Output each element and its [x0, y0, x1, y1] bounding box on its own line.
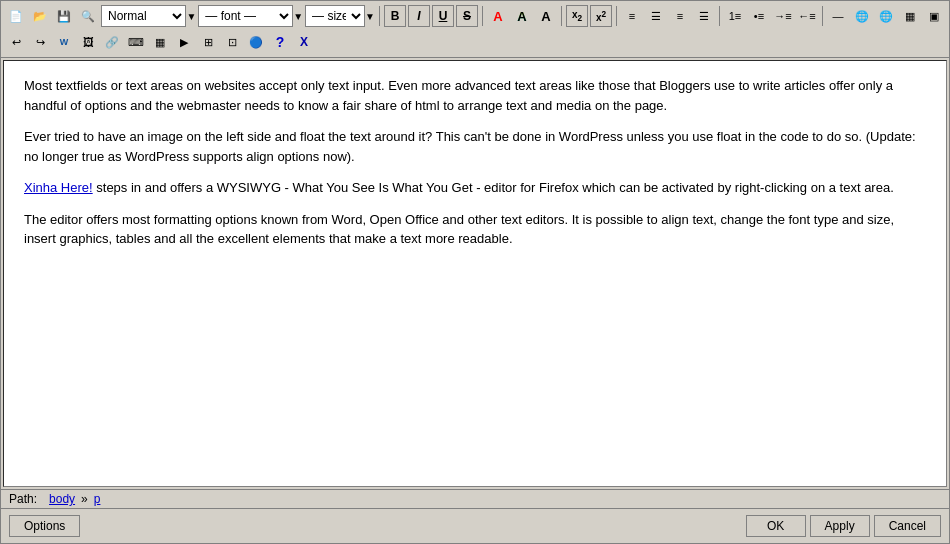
cancel-button[interactable]: Cancel [874, 515, 941, 537]
undo-button[interactable]: ↩ [5, 31, 27, 53]
align-left-button[interactable]: ≡ [621, 5, 643, 27]
options-label: Options [24, 519, 65, 533]
undo-icon: ↩ [12, 36, 21, 49]
xinha-icon: X [300, 35, 308, 49]
align-right-button[interactable]: ≡ [669, 5, 691, 27]
new-icon: 📄 [9, 10, 23, 23]
strike-label: S [463, 9, 471, 23]
path-body-link[interactable]: body [49, 492, 75, 506]
status-bar: Path: body » p [1, 489, 949, 508]
align-justify-button[interactable]: ☰ [693, 5, 715, 27]
insert-media-button[interactable]: ▶ [173, 31, 195, 53]
bottom-bar: Options OK Apply Cancel [1, 508, 949, 543]
text-color-button2[interactable]: A [535, 5, 557, 27]
special-char2[interactable]: 🌐 [875, 5, 897, 27]
special-icon2: 🌐 [879, 10, 893, 23]
separator-4 [616, 6, 617, 26]
xinha-link[interactable]: Xinha Here! [24, 180, 93, 195]
size-dropdown-arrow: ▼ [365, 11, 375, 22]
paragraph-1: Most textfields or text areas on website… [24, 76, 926, 115]
path-p-link[interactable]: p [94, 492, 101, 506]
unordered-list-icon: •≡ [754, 10, 764, 22]
special-char3[interactable]: ▦ [899, 5, 921, 27]
outdent-button[interactable]: ←≡ [796, 5, 818, 27]
help-button[interactable]: ? [269, 31, 291, 53]
insert-link-icon: 🔗 [105, 36, 119, 49]
outdent-icon: ←≡ [798, 10, 815, 22]
toolbar-row-2: ↩ ↪ W 🖼 🔗 ⌨ ▦ ▶ ⊞ [3, 29, 947, 55]
indent-icon: →≡ [774, 10, 791, 22]
open-btn[interactable]: 📂 [29, 5, 51, 27]
paragraph-3-suffix: steps in and offers a WYSIWYG - What You… [96, 180, 893, 195]
special-icon3: ▦ [905, 10, 915, 23]
underline-button[interactable]: U [432, 5, 454, 27]
paragraph-2: Ever tried to have an image on the left … [24, 127, 926, 166]
save-btn[interactable]: 💾 [53, 5, 75, 27]
clean-icon: 🔵 [249, 36, 263, 49]
ok-button[interactable]: OK [746, 515, 806, 537]
font-select[interactable]: — font — [198, 5, 293, 27]
clean-button[interactable]: 🔵 [245, 31, 267, 53]
zoom-btn[interactable]: 🔍 [77, 5, 99, 27]
special-icon4: ▣ [929, 10, 939, 23]
bg-color-icon: A [517, 9, 526, 24]
path-separator: » [81, 492, 88, 506]
insert-html-icon: ⌨ [128, 36, 144, 49]
font-dropdown-arrow: ▼ [293, 11, 303, 22]
special-char1[interactable]: 🌐 [851, 5, 873, 27]
insert-image-button[interactable]: 🖼 [77, 31, 99, 53]
insert-media-icon: ▶ [180, 36, 188, 49]
insert-image-icon: 🖼 [83, 36, 94, 48]
cancel-label: Cancel [889, 519, 926, 533]
help-icon: ? [276, 34, 285, 50]
superscript-button[interactable]: x2 [590, 5, 612, 27]
text-color-icon2: A [541, 9, 550, 24]
toggle-view-icon: ⊡ [228, 36, 237, 49]
paste-word-button[interactable]: W [53, 31, 75, 53]
insert-html-button[interactable]: ⌨ [125, 31, 147, 53]
align-left-icon: ≡ [629, 10, 635, 22]
strikethrough-button[interactable]: S [456, 5, 478, 27]
insert-form-icon: ⊞ [204, 36, 213, 49]
options-button[interactable]: Options [9, 515, 80, 537]
zoom-icon: 🔍 [81, 10, 95, 23]
open-icon: 📂 [33, 10, 47, 23]
separator-1 [379, 6, 380, 26]
new-btn[interactable]: 📄 [5, 5, 27, 27]
indent-button[interactable]: →≡ [772, 5, 794, 27]
align-center-icon: ☰ [651, 10, 661, 23]
paragraph-4: The editor offers most formatting option… [24, 210, 926, 249]
hr-icon: — [833, 10, 844, 22]
insert-table-icon: ▦ [155, 36, 165, 49]
align-right-icon: ≡ [677, 10, 683, 22]
toggle-view-button[interactable]: ⊡ [221, 31, 243, 53]
bold-button[interactable]: B [384, 5, 406, 27]
save-icon: 💾 [57, 10, 71, 23]
hr-button[interactable]: — [827, 5, 849, 27]
align-center-button[interactable]: ☰ [645, 5, 667, 27]
bg-color-button[interactable]: A [511, 5, 533, 27]
apply-button[interactable]: Apply [810, 515, 870, 537]
ordered-list-button[interactable]: 1≡ [724, 5, 746, 27]
size-select[interactable]: — size — [305, 5, 365, 27]
editor-container: 📄 📂 💾 🔍 Normal ▼ — font — ▼ [0, 0, 950, 544]
subscript-icon: x2 [572, 9, 582, 23]
align-justify-icon: ☰ [699, 10, 709, 23]
font-color-button[interactable]: A [487, 5, 509, 27]
style-select[interactable]: Normal [101, 5, 186, 27]
content-area[interactable]: Most textfields or text areas on website… [3, 60, 947, 487]
redo-icon: ↪ [36, 36, 45, 49]
separator-6 [822, 6, 823, 26]
underline-label: U [439, 9, 448, 23]
insert-form-button[interactable]: ⊞ [197, 31, 219, 53]
italic-button[interactable]: I [408, 5, 430, 27]
unordered-list-button[interactable]: •≡ [748, 5, 770, 27]
insert-link-button[interactable]: 🔗 [101, 31, 123, 53]
redo-button[interactable]: ↪ [29, 31, 51, 53]
special-char4[interactable]: ▣ [923, 5, 945, 27]
subscript-button[interactable]: x2 [566, 5, 588, 27]
xinha-button[interactable]: X [293, 31, 315, 53]
toolbar-row-1: 📄 📂 💾 🔍 Normal ▼ — font — ▼ [3, 3, 947, 29]
bottom-left-buttons: Options [9, 515, 80, 537]
insert-table-button[interactable]: ▦ [149, 31, 171, 53]
